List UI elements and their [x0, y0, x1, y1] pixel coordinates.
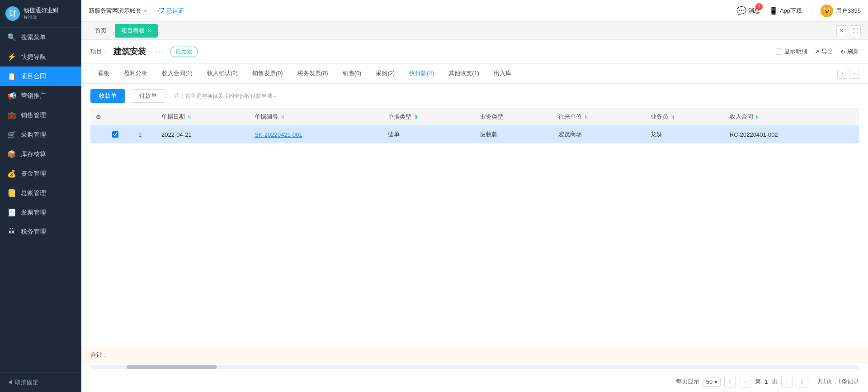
scrollbar-thumb[interactable]	[127, 365, 217, 369]
show-detail-toggle[interactable]: 显示明细	[776, 48, 807, 56]
mobile-icon: 📱	[769, 6, 778, 15]
page-prev-button[interactable]: ‹	[740, 376, 751, 387]
sidebar-item-label: 销售管理	[21, 111, 46, 120]
tabbar-controls: ✕ ⛶	[836, 25, 861, 36]
nav-tab-income-confirm[interactable]: 收入确认(2)	[200, 64, 245, 84]
tab-project-board[interactable]: 项目看板 ✕	[115, 24, 158, 38]
sidebar-item-inventory[interactable]: 📦 库存核算	[0, 144, 81, 164]
col-gear[interactable]: ⚙	[90, 108, 107, 126]
sidebar-item-projectcontract[interactable]: 📋 项目合同	[0, 67, 81, 86]
page-next-button[interactable]: ›	[781, 376, 793, 387]
sidebar-item-tax[interactable]: 🏛 税务管理	[0, 222, 81, 241]
tab-close-icon[interactable]: ✕	[147, 28, 151, 33]
nav-tab-profit[interactable]: 盈利分析	[117, 64, 155, 84]
nav-next-arrow[interactable]: ›	[849, 69, 859, 79]
username-label: 用户3355	[836, 7, 861, 15]
tab-close-window-button[interactable]: ✕	[836, 25, 847, 36]
nav-tab-board[interactable]: 看板	[90, 64, 117, 84]
row-checkbox-cell[interactable]	[107, 126, 124, 143]
row-biz-type: 应收款	[475, 126, 553, 143]
show-detail-checkbox[interactable]	[776, 48, 782, 55]
row-index: 1	[124, 126, 156, 143]
per-page-value: 50	[706, 378, 712, 385]
sub-tab-receipts[interactable]: 收款单	[90, 89, 125, 103]
project-header: 项目： 建筑安装 ··· 已生效 显示明细 ↗ 导出 ↻ 刷新	[81, 40, 868, 64]
per-page-select[interactable]: 50 ▾	[703, 377, 721, 387]
table-row[interactable]: 1 2022-04-21 SK-20220421-001 蓝单 应收款 宏茂商场…	[90, 126, 859, 143]
export-button[interactable]: ↗ 导出	[815, 48, 833, 56]
nav-tabs: 看板 盈利分析 收入合同(1) 收入确认(2) 销售发票(0) 税务发票(0) …	[81, 64, 868, 84]
nav-tab-income-contract[interactable]: 收入合同(1)	[155, 64, 200, 84]
app-download-button[interactable]: 📱 App下载	[769, 6, 802, 15]
tax-icon: 🏛	[7, 228, 16, 236]
nav-tab-sales[interactable]: 销售(0)	[335, 64, 369, 84]
nav-tab-receipts[interactable]: 收付款(4)	[402, 64, 441, 84]
tab-expand-button[interactable]: ⛶	[850, 25, 861, 36]
message-icon: 💬	[736, 6, 746, 16]
more-button[interactable]: ···	[155, 47, 165, 57]
row-partner: 宏茂商场	[553, 126, 645, 143]
tab-project-board-label: 项目看板	[121, 27, 145, 35]
sort-icon-partner: ⇅	[585, 115, 588, 120]
sidebar-item-marketing[interactable]: 📢 营销推广	[0, 86, 81, 105]
sidebar-item-ledger[interactable]: 📒 总账管理	[0, 183, 81, 203]
project-status-badge: 已生效	[170, 47, 198, 57]
nav-tab-warehouse[interactable]: 出入库	[486, 64, 519, 84]
purchase-icon: 🛒	[7, 130, 16, 139]
col-date[interactable]: 单据日期 ⇅	[156, 108, 249, 126]
sidebar-item-label: 营销推广	[21, 92, 46, 100]
col-contract[interactable]: 收入合同 ⇅	[724, 108, 859, 126]
sidebar-unpin[interactable]: ◀ 取消固定	[0, 373, 81, 392]
account-selector[interactable]: 新服务官网演示账套 ▾	[89, 7, 146, 15]
marketing-icon: 📢	[7, 91, 16, 100]
nav-tab-tax-invoice[interactable]: 税务发票(0)	[290, 64, 335, 84]
sub-tabs: 收款单 付款单 注：这里是与项目关联的全部收付款单哦～	[81, 84, 868, 108]
sidebar-item-purchase[interactable]: 🛒 采购管理	[0, 125, 81, 144]
row-checkbox[interactable]	[112, 131, 118, 138]
pagination-info: 共1页，1条记录	[817, 378, 859, 386]
tab-home-label: 首页	[95, 27, 107, 35]
sort-icon-code: ⇅	[281, 115, 284, 120]
refresh-button[interactable]: ↻ 刷新	[840, 48, 859, 56]
show-detail-label: 显示明细	[784, 48, 807, 56]
ledger-icon: 📒	[7, 189, 16, 197]
tab-home[interactable]: 首页	[89, 24, 113, 38]
sidebar-item-quicknav[interactable]: ⚡ 快捷导航	[0, 47, 81, 67]
sidebar-item-label: 资金管理	[21, 170, 46, 178]
sidebar-item-invoice[interactable]: 🧾 发票管理	[0, 203, 81, 222]
topbar-right: 💬 消息 1 📱 App下载 🐱 用户3355	[736, 5, 861, 17]
quicknav-icon: ⚡	[7, 53, 16, 61]
per-page-label: 每页显示	[676, 378, 699, 386]
sub-tab-payments[interactable]: 付款单	[131, 89, 165, 103]
sidebar-item-sales[interactable]: 💼 销售管理	[0, 105, 81, 125]
finance-icon: 💰	[7, 169, 16, 178]
col-code[interactable]: 单据编号 ⇅	[249, 108, 382, 126]
topbar: 新服务官网演示账套 ▾ 🛡 已认证 💬 消息 1 📱 App下载 🐱 用户335…	[81, 0, 868, 22]
row-date: 2022-04-21	[156, 126, 249, 143]
sidebar-item-label: 库存核算	[21, 150, 46, 158]
table-scrollbar-area[interactable]	[81, 363, 868, 371]
sidebar-item-search[interactable]: 🔍 搜索菜单	[0, 28, 81, 47]
col-partner[interactable]: 往来单位 ⇅	[553, 108, 645, 126]
page-first-button[interactable]: ⟪	[724, 376, 736, 387]
nav-prev-arrow[interactable]: ‹	[837, 69, 847, 79]
sidebar-item-label: 项目合同	[21, 72, 46, 81]
page-last-button[interactable]: ⟫	[797, 376, 808, 387]
sort-icon-date: ⇅	[188, 115, 191, 120]
project-name: 建筑安装	[113, 46, 146, 57]
col-salesperson[interactable]: 业务员 ⇅	[645, 108, 724, 126]
shield-icon: 🛡	[157, 7, 165, 15]
col-type[interactable]: 单据类型 ⇅	[382, 108, 475, 126]
user-menu[interactable]: 🐱 用户3355	[821, 5, 861, 17]
message-button[interactable]: 💬 消息 1	[736, 6, 760, 16]
certified-text: 已认证	[166, 7, 184, 15]
row-salesperson: 龙妹	[645, 126, 724, 143]
row-code[interactable]: SK-20220421-001	[249, 126, 382, 143]
sidebar-menu: 🔍 搜索菜单 ⚡ 快捷导航 📋 项目合同 📢 营销推广 💼 销售管理 🛒 采购管…	[0, 28, 81, 373]
nav-tab-other-income[interactable]: 其他收支(1)	[441, 64, 486, 84]
nav-tab-purchase[interactable]: 采购(2)	[368, 64, 402, 84]
project-label: 项目：	[90, 48, 108, 56]
page-label: 第	[755, 378, 761, 386]
sidebar-item-finance[interactable]: 💰 资金管理	[0, 164, 81, 183]
nav-tab-sales-invoice[interactable]: 销售发票(0)	[245, 64, 290, 84]
